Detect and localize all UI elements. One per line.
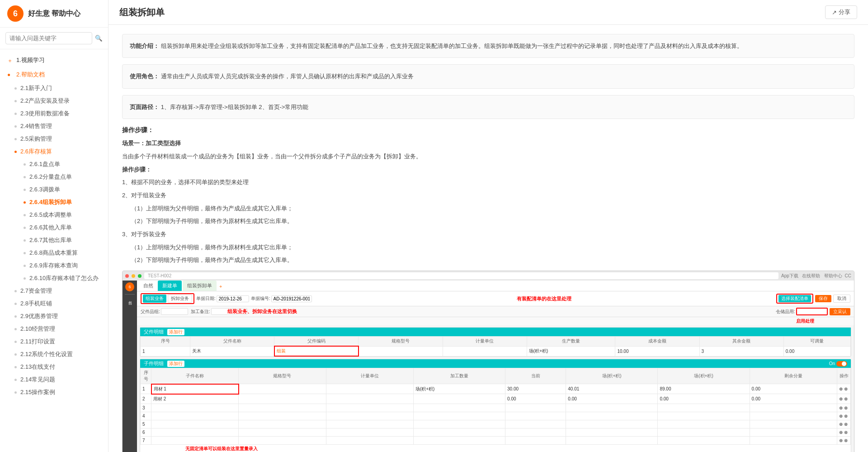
annotation-enable-row: 启用处理 xyxy=(137,317,854,325)
mock-left-nav: 6 自然 xyxy=(123,281,137,452)
annotation-fixed-bom: 有装配清单的在这里处理 xyxy=(314,295,774,302)
sidebar-item-2-11[interactable]: 2.11打印设置 xyxy=(11,335,108,348)
annotation-enable: 启用处理 xyxy=(796,318,814,324)
content-area: 功能介绍： 组装拆卸单用来处理企业组装或拆卸等加工业务，支持有固定装配清单的产品… xyxy=(108,25,868,452)
main-header: 组装拆卸单 ↗ 分享 xyxy=(108,0,868,25)
table-row: 5⊕ ⊗ xyxy=(141,420,851,428)
func-intro-block: 功能介绍： 组装拆卸单用来处理企业组装或拆卸等加工业务，支持有固定装配清单的产品… xyxy=(122,34,854,58)
mock-save-btn[interactable]: 保存 xyxy=(815,295,831,302)
nav-item-label: 1.视频学习 xyxy=(16,56,45,64)
share-button[interactable]: ↗ 分享 xyxy=(825,5,857,19)
screenshot: TEST-H002 App下载 在线帮助 帮助中心 CC 6 自然 自然 新建单 xyxy=(122,271,854,452)
logo-icon: 6 xyxy=(7,5,24,22)
sidebar-item-2-2[interactable]: 2.2产品安装及登录 xyxy=(11,95,108,107)
main-area: 组装拆卸单 ↗ 分享 功能介绍： 组装拆卸单用来处理企业组装或拆卸等加工业务，支… xyxy=(108,0,868,452)
table-row: 6⊕ ⊗ xyxy=(141,428,851,436)
mock-browser-bar: TEST-H002 App下载 在线帮助 帮助中心 CC xyxy=(123,271,854,281)
scene1: 场景一：加工类型选择 当由多个子件材料组装成一个成品的业务为【组装】业务，当由一… xyxy=(122,138,854,266)
annotation-no-bom: 无固定清单可以组装在这里置量录入 xyxy=(140,445,851,452)
sidebar-item-2-6-6[interactable]: 2.6.6其他入库单 xyxy=(20,221,108,234)
mock-sub-toolbar: 父件品组: 加工备注: 组装业务、拆卸业务在这里切换 仓储品用: xyxy=(137,306,854,317)
sidebar-item-2-10[interactable]: 2.10经营管理 xyxy=(11,323,108,335)
path-text: 页面路径： 1、库存核算->库存管理->组装拆卸单 2、首页->常用功能 xyxy=(130,102,847,112)
mock-top-table: 序号 父件名称 父件编码 规格型号 计量单位 生产数量 成本金额 其余金额 可调… xyxy=(140,336,851,357)
search-input[interactable] xyxy=(5,32,92,44)
scene1-step2-subs: （1）上部明细为父件明细，最终作为产成品生成其它入库单； （2）下部明细为子件明… xyxy=(122,203,854,227)
scene1-step3-subs: （1）上部明细为父件明细，最终作为原材料生成其它出库单； （2）下部明细为子件明… xyxy=(122,242,854,266)
sidebar-item-2-6-8[interactable]: 2.6.8商品成本重算 xyxy=(20,247,108,259)
mock-app-body: 6 自然 自然 新建单 组装拆卸单 + xyxy=(123,281,854,452)
logo-area: 6 好生意 帮助中心 xyxy=(0,0,108,28)
scene1-step3: 3、对于拆装业务 xyxy=(122,229,854,240)
scene1-steps-title: 操作步骤： xyxy=(122,164,854,176)
nav-sub-2-6: 2.6.1盘点单 2.6.2分量盘点单 2.6.3调拨单 2.6.4组装拆卸单 … xyxy=(11,158,108,285)
toggle-on[interactable] xyxy=(836,361,847,366)
share-icon: ↗ xyxy=(832,9,837,16)
sidebar-item-2-1[interactable]: 2.1新手入门 xyxy=(11,82,108,95)
sidebar-item-2-6-2[interactable]: 2.6.2分量盘点单 xyxy=(20,171,108,183)
mock-bottom-table: 序号 子件名称 规格型号 计量单位 加工数量 当前 场(积+积) 场(积+积) … xyxy=(140,368,851,445)
func-intro-text: 功能介绍： 组装拆卸单用来处理企业组装或拆卸等加工业务，支持有固定装配清单的产品… xyxy=(130,41,847,51)
mock-type-selector: 组装业务 拆卸业务 xyxy=(141,293,194,304)
sidebar-item-2-15[interactable]: 2.15操作案例 xyxy=(11,386,108,399)
sidebar-item-docs[interactable]: ● 2.帮助文档 2.1新手入门 2.2产品安装及登录 2.3使用前数据准备 2… xyxy=(0,67,108,399)
table-row: 1 关木 组装 场(积+积) 10.00 3 0.00 xyxy=(141,346,851,356)
mock-top-table-section: 父件明细 添加行 序号 父件名称 父件编码 规格型号 计量单位 xyxy=(140,327,851,357)
search-button[interactable]: 🔍 xyxy=(95,35,103,42)
sidebar-item-2-5[interactable]: 2.5采购管理 xyxy=(11,133,108,145)
scene1-step1: 1、根据不同的业务，选择不同单据的类型来处理 xyxy=(122,177,854,188)
table-row: 2 用材 2 0.00 0.00 0.00 0.00 ⊕ ⊗ xyxy=(141,394,851,404)
mock-cancel-btn[interactable]: 取消 xyxy=(833,295,850,303)
sidebar-item-2-7[interactable]: 2.7资金管理 xyxy=(11,285,108,297)
sidebar-item-2-6-1[interactable]: 2.6.1盘点单 xyxy=(20,158,108,171)
sidebar-item-2-6-3[interactable]: 2.6.3调拨单 xyxy=(20,183,108,196)
sidebar-item-video[interactable]: ＋ 1.视频学习 xyxy=(0,53,108,67)
sidebar-item-2-9[interactable]: 2.9优惠券管理 xyxy=(11,310,108,323)
sidebar-item-2-6[interactable]: 2.6库存核算 xyxy=(11,145,108,158)
annotation-switch: 组装业务、拆卸业务在这里切换 xyxy=(227,308,297,315)
nav-sub-docs: 2.1新手入门 2.2产品安装及登录 2.3使用前数据准备 2.4销售管理 2.… xyxy=(0,82,108,399)
scene1-step2: 2、对于组装业务 xyxy=(122,190,854,201)
nav-item-label: 2.帮助文档 xyxy=(16,71,45,79)
scene1-title: 场景一：加工类型选择 xyxy=(122,138,854,149)
role-text: 使用角色： 通常由生产人员或库管人员完成拆装业务的操作，库管人员确认原材料的出库… xyxy=(130,71,847,81)
mock-bom-selector: 选择装配清单 xyxy=(776,294,813,304)
sidebar-item-2-8[interactable]: 2.8手机旺铺 xyxy=(11,297,108,310)
mock-tabs-row: 自然 新建单 组装拆卸单 + xyxy=(137,281,854,291)
table-row: 3⊕ ⊗ xyxy=(141,404,851,412)
role-block: 使用角色： 通常由生产人员或库管人员完成拆装业务的操作，库管人员确认原材料的出库… xyxy=(122,64,854,88)
sidebar-item-2-6-7[interactable]: 2.6.7其他出库单 xyxy=(20,234,108,247)
sidebar-item-2-6-9[interactable]: 2.6.9库存账本查询 xyxy=(20,259,108,272)
sidebar-item-2-6-10[interactable]: 2.6.10库存账本错了怎么办 xyxy=(20,272,108,285)
sidebar-item-2-6-4[interactable]: 2.6.4组装拆卸单 xyxy=(20,196,108,209)
table-row: 7⊕ ⊗ xyxy=(141,436,851,444)
table-row: 1 用材 1 场(积+积) 30.00 40.01 89.00 0.00 xyxy=(141,384,851,394)
sidebar-item-2-13[interactable]: 2.13在线支付 xyxy=(11,361,108,373)
sidebar-item-2-12[interactable]: 2.12系统个性化设置 xyxy=(11,348,108,361)
expand-icon: ＋ xyxy=(7,57,14,63)
page-title: 组装拆卸单 xyxy=(119,6,165,19)
table-row: 4⊕ ⊗ xyxy=(141,412,851,420)
sidebar-item-2-4[interactable]: 2.4销售管理 xyxy=(11,120,108,133)
mock-main-content: 自然 新建单 组装拆卸单 + 组装业务 拆卸业务 单据日期: xyxy=(137,281,854,452)
mock-toolbar-row: 组装业务 拆卸业务 单据日期: 单据编号: 有装配清单的在这里处理 xyxy=(137,291,854,306)
sidebar-item-2-3[interactable]: 2.3使用前数据准备 xyxy=(11,107,108,120)
path-block: 页面路径： 1、库存核算->库存管理->组装拆卸单 2、首页->常用功能 xyxy=(122,95,854,119)
sidebar-item-2-6-5[interactable]: 2.6.5成本调整单 xyxy=(20,209,108,221)
ops-title: 操作步骤： xyxy=(122,126,854,134)
scene1-desc: 当由多个子件材料组装成一个成品的业务为【组装】业务，当由一个父件拆分成多个子产品… xyxy=(122,151,854,162)
nav-tree: ＋ 1.视频学习 ● 2.帮助文档 2.1新手入门 2.2产品安装及登录 2.3… xyxy=(0,49,108,452)
mock-confirm-btn[interactable]: 立采认 xyxy=(830,308,850,315)
collapse-icon: ● xyxy=(7,71,14,78)
search-box: 🔍 xyxy=(0,28,108,49)
sidebar: 6 好生意 帮助中心 🔍 ＋ 1.视频学习 ● 2.帮助文档 2.1新手入门 2… xyxy=(0,0,108,452)
mock-bottom-table-section: 子件明细 添加行 On xyxy=(140,359,851,452)
logo-text: 好生意 帮助中心 xyxy=(28,9,80,19)
sidebar-item-2-14[interactable]: 2.14常见问题 xyxy=(11,373,108,386)
